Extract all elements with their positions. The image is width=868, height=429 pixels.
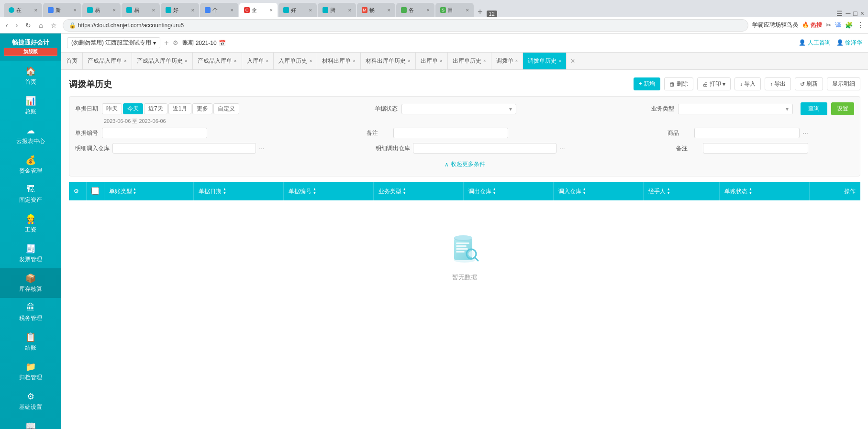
th-checkbox[interactable] <box>86 182 104 200</box>
browser-tab-4[interactable]: 好 × <box>161 3 199 17</box>
new-btn[interactable]: + 新增 <box>634 77 660 90</box>
refresh-btn[interactable]: ↺ 刷新 <box>795 77 823 90</box>
th-doc-number[interactable]: 单据编号 ▲▼ <box>284 182 374 200</box>
doc-number-input[interactable] <box>102 128 207 138</box>
page-tab-transfer[interactable]: 调拨单 × <box>491 53 523 70</box>
filter-settings-btn[interactable]: 设置 <box>831 102 854 115</box>
browser-tab-8[interactable]: 腾 × <box>318 3 356 17</box>
browser-tab-7[interactable]: 好 × <box>278 3 317 17</box>
page-tab-material-out-history[interactable]: 材料出库单历史 × <box>361 53 416 70</box>
extensions-icon[interactable]: 🧩 <box>845 22 853 29</box>
browser-tab-6[interactable]: C 企 × <box>239 3 278 17</box>
tab-close-icon[interactable]: × <box>185 58 188 64</box>
th-out-warehouse[interactable]: 调出仓库 ▲▼ <box>464 182 554 200</box>
page-tab-outstock[interactable]: 出库单 × <box>416 53 448 70</box>
page-tab-outstock-history[interactable]: 出库单历史 × <box>448 53 491 70</box>
page-tab-transfer-history[interactable]: 调拨单历史 × <box>523 53 567 70</box>
close-all-tabs-btn[interactable]: × <box>567 57 579 66</box>
scissors-icon[interactable]: ✂ <box>826 22 831 29</box>
page-tab-material-out[interactable]: 材料出库单 × <box>317 53 361 70</box>
date-btn-custom[interactable]: 自定义 <box>213 103 239 114</box>
print-btn[interactable]: 🖨 打印 ▾ <box>697 77 731 90</box>
display-detail-btn[interactable]: 显示明细 <box>827 77 860 90</box>
tab-close-icon[interactable]: × <box>408 58 411 64</box>
th-in-warehouse[interactable]: 调入仓库 ▲▼ <box>554 182 644 200</box>
export-btn[interactable]: ↑ 导出 <box>765 77 791 90</box>
url-bar[interactable]: 🔒 https://cloud.chanjet.com/accounting/u… <box>63 19 748 32</box>
browser-tab-9[interactable]: M 畅 × <box>357 3 395 17</box>
menu-icon[interactable]: ⋮ <box>857 21 864 30</box>
page-tab-instock-history[interactable]: 入库单历史 × <box>274 53 317 70</box>
date-btn-more[interactable]: 更多 <box>192 103 212 114</box>
th-doc-date[interactable]: 单据日期 ▲▼ <box>194 182 284 200</box>
translate-icon[interactable]: 译 <box>835 21 841 30</box>
browser-tab-2[interactable]: 易 × <box>82 3 121 17</box>
select-all-checkbox[interactable] <box>91 187 99 195</box>
th-handler[interactable]: 经手人 ▲▼ <box>644 182 720 200</box>
goods-picker-icon[interactable]: ··· <box>802 129 808 137</box>
page-tab-product-in2[interactable]: 产成品入库单 × <box>193 53 242 70</box>
browser-tab-11[interactable]: S 目 × <box>435 3 474 17</box>
remark-input[interactable] <box>393 128 508 138</box>
sidebar-item-close-account[interactable]: 📋 结账 <box>0 327 61 357</box>
user-avatar[interactable]: 👤 徐泽华 <box>836 39 862 47</box>
close-btn[interactable]: × <box>860 10 864 17</box>
delete-btn[interactable]: 🗑 删除 <box>664 77 693 90</box>
browser-tab-1[interactable]: 新 × <box>43 3 81 17</box>
status-select[interactable]: ▾ <box>401 104 516 114</box>
refresh-btn[interactable]: ↻ <box>23 21 33 30</box>
back-btn[interactable]: ‹ <box>4 21 10 30</box>
th-business-type[interactable]: 业务类型 ▲▼ <box>374 182 464 200</box>
query-btn[interactable]: 查询 <box>801 102 827 115</box>
sidebar-item-payroll[interactable]: 👷 工资 <box>0 209 61 239</box>
sidebar-item-fixed-assets[interactable]: 🏗 固定资产 <box>0 180 61 209</box>
sidebar-item-home[interactable]: 🏠 首页 <box>0 61 61 91</box>
sidebar-item-settings[interactable]: ⚙ 基础设置 <box>0 386 61 416</box>
sidebar-item-archive[interactable]: 📁 归档管理 <box>0 357 61 386</box>
bookmark-btn[interactable]: ☆ <box>49 21 59 30</box>
th-gear[interactable]: ⚙ <box>69 182 86 200</box>
browser-tab-3[interactable]: 易 × <box>122 3 160 17</box>
tab-close-icon[interactable]: × <box>515 58 518 64</box>
settings-gear-icon[interactable]: ⚙ <box>173 39 178 46</box>
detail-out-warehouse-input[interactable] <box>413 143 556 154</box>
tab-close-icon[interactable]: × <box>353 58 356 64</box>
date-btn-7days[interactable]: 近7天 <box>144 103 167 114</box>
browser-tab-10[interactable]: 各 × <box>396 3 434 17</box>
customer-service-btn[interactable]: 👤 人工咨询 <box>799 39 830 47</box>
page-tab-product-in-history[interactable]: 产成品入库单历史 × <box>132 53 193 70</box>
browser-tab-0[interactable]: 在 × <box>4 3 42 17</box>
browser-tab-5[interactable]: 个 × <box>200 3 238 17</box>
company-selector[interactable]: (勿删勿禁用) 江西服宝测试专用 ▾ <box>67 37 160 48</box>
out-warehouse-picker-icon[interactable]: ··· <box>559 144 565 152</box>
business-type-select[interactable]: ▾ <box>678 104 793 114</box>
maximize-btn[interactable]: □ <box>853 10 857 17</box>
tab-close-icon[interactable]: × <box>440 58 443 64</box>
tab-close-icon[interactable]: × <box>234 58 237 64</box>
minimize-btn[interactable]: ─ <box>846 10 850 17</box>
page-tab-product-in[interactable]: 产成品入库单 × <box>83 53 132 70</box>
sidebar-item-guide[interactable]: 📖 新手引导 <box>0 416 61 429</box>
add-company-btn[interactable]: + <box>164 39 168 47</box>
new-tab-btn[interactable]: + <box>475 7 486 17</box>
tab-close-icon[interactable]: × <box>483 58 486 64</box>
tab-close-icon[interactable]: × <box>558 58 561 64</box>
date-btn-yesterday[interactable]: 昨天 <box>102 103 122 114</box>
in-warehouse-picker-icon[interactable]: ··· <box>259 144 265 152</box>
tab-list-icon[interactable]: ☰ <box>836 10 843 17</box>
tab-close-icon[interactable]: × <box>309 58 312 64</box>
home-btn[interactable]: ⌂ <box>37 21 45 30</box>
goods-input[interactable] <box>694 128 800 138</box>
sidebar-item-invoice[interactable]: 🧾 发票管理 <box>0 239 61 268</box>
sidebar-item-cloud-report[interactable]: ☁ 云报表中心 <box>0 121 61 150</box>
date-btn-1month[interactable]: 近1月 <box>168 103 192 114</box>
sidebar-item-inventory[interactable]: 📦 库存核算 <box>0 268 61 298</box>
sidebar-item-tax[interactable]: 🏛 税务管理 <box>0 298 61 327</box>
th-doc-status[interactable]: 单账状态 ▲▼ <box>720 182 810 200</box>
tab-close-icon[interactable]: × <box>266 58 269 64</box>
detail-in-warehouse-input[interactable] <box>112 143 256 154</box>
page-tab-instock[interactable]: 入库单 × <box>242 53 274 70</box>
gear-icon[interactable]: ⚙ <box>74 188 79 195</box>
th-doc-type[interactable]: 单账类型 ▲▼ <box>104 182 194 200</box>
date-btn-today[interactable]: 今天 <box>123 103 143 114</box>
